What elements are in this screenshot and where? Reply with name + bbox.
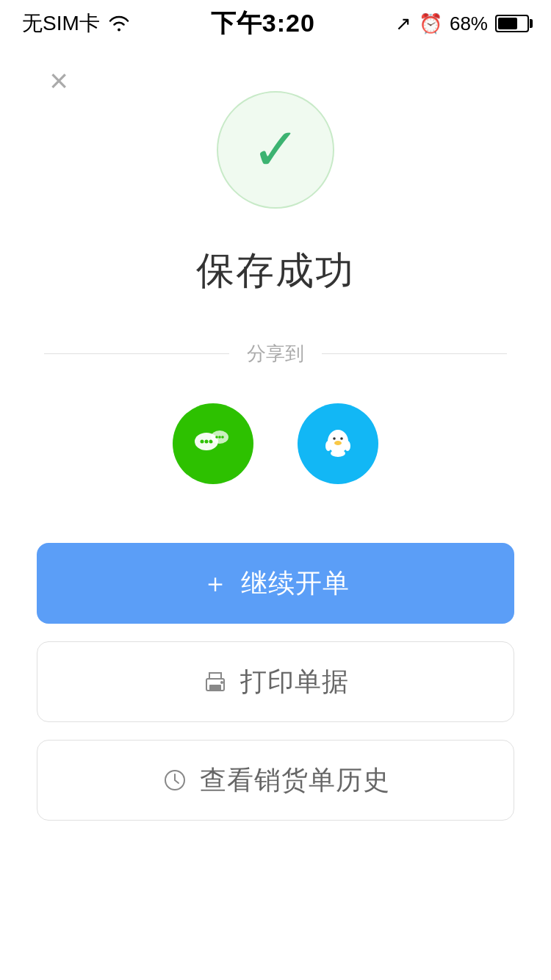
wechat-share-button[interactable] — [173, 403, 253, 484]
plus-icon: ＋ — [202, 566, 229, 602]
wechat-icon — [189, 419, 237, 468]
success-circle: ✓ — [217, 91, 334, 209]
location-icon: ↗ — [395, 12, 411, 35]
print-label: 打印单据 — [240, 664, 349, 700]
history-button[interactable]: 查看销货单历史 — [37, 740, 514, 821]
qq-share-button[interactable] — [298, 403, 378, 484]
svg-point-12 — [340, 437, 343, 440]
clock-icon — [162, 767, 188, 793]
print-button[interactable]: 打印单据 — [37, 641, 514, 722]
svg-point-11 — [333, 437, 336, 440]
battery-percentage: 68% — [450, 12, 488, 35]
divider-line-right — [322, 353, 507, 354]
time-display: 下午3:20 — [211, 7, 315, 40]
close-button[interactable]: × — [37, 59, 81, 103]
action-buttons: ＋ 继续开单 打印单据 查看销货单历史 — [0, 543, 551, 821]
carrier-text: 无SIM卡 — [22, 10, 100, 37]
status-left: 无SIM卡 — [22, 10, 131, 37]
svg-point-5 — [215, 436, 218, 439]
continue-button[interactable]: ＋ 继续开单 — [37, 543, 514, 624]
svg-point-6 — [218, 436, 221, 439]
close-icon: × — [49, 65, 68, 97]
battery-icon — [495, 15, 529, 32]
printer-icon — [202, 669, 228, 695]
svg-point-16 — [331, 450, 345, 457]
share-icons — [173, 403, 378, 484]
svg-point-15 — [345, 441, 350, 451]
qq-icon — [314, 419, 362, 468]
main-content: ✓ 保存成功 分享到 — [0, 47, 551, 821]
battery-fill — [498, 18, 517, 29]
share-label: 分享到 — [229, 341, 322, 367]
status-right: ↗ ⏰ 68% — [395, 12, 529, 35]
status-bar: 无SIM卡 下午3:20 ↗ ⏰ 68% — [0, 0, 551, 47]
continue-label: 继续开单 — [241, 566, 350, 602]
divider-line-left — [44, 353, 229, 354]
history-label: 查看销货单历史 — [200, 763, 390, 799]
share-divider: 分享到 — [0, 341, 551, 367]
wifi-icon — [107, 15, 131, 32]
svg-point-19 — [220, 681, 223, 684]
svg-rect-18 — [209, 685, 221, 691]
svg-point-1 — [201, 440, 204, 444]
svg-point-2 — [205, 440, 209, 444]
checkmark-icon: ✓ — [251, 120, 300, 179]
alarm-icon: ⏰ — [419, 12, 442, 35]
svg-point-13 — [334, 441, 342, 445]
svg-point-7 — [221, 436, 224, 439]
success-title: 保存成功 — [196, 245, 355, 297]
svg-point-14 — [325, 441, 331, 451]
